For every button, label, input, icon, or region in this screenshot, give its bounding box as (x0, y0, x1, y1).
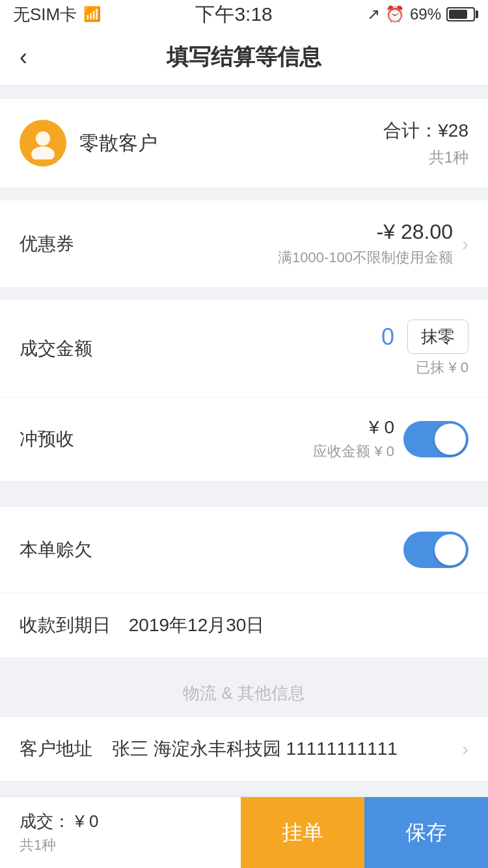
transaction-row: 成交金额 0 抹零 已抹 ¥ 0 (0, 300, 488, 398)
bottom-count: 共1种 (20, 835, 221, 855)
precollect-sub: 应收金额 ¥ 0 (313, 442, 394, 461)
debit-toggle[interactable] (403, 532, 468, 568)
location-icon: ↗ (367, 5, 380, 23)
bottom-bar: 成交： ¥ 0 共1种 挂单 保存 (0, 796, 488, 868)
coupon-row[interactable]: 优惠券 -¥ 28.00 满1000-100不限制使用金额 › (0, 200, 488, 287)
bottom-transaction-label: 成交： ¥ 0 (20, 810, 221, 833)
transaction-amount-input[interactable]: 0 (368, 323, 394, 351)
battery-icon (446, 7, 475, 21)
status-time: 下午3:18 (195, 1, 272, 28)
duedate-value: 2019年12月30日 (129, 615, 265, 635)
coupon-value-wrap: -¥ 28.00 满1000-100不限制使用金额 › (278, 220, 468, 267)
precollect-value-wrap: ¥ 0 应收金额 ¥ 0 (313, 417, 468, 461)
amount-input-wrap: 0 抹零 (368, 319, 468, 354)
page-title: 填写结算等信息 (167, 42, 321, 72)
toggle-knob (435, 424, 466, 455)
debit-section: 本单赊欠 收款到期日 2019年12月30日 (0, 507, 488, 657)
logistics-label: 物流 & 其他信息 (183, 682, 305, 705)
coupon-value-right: -¥ 28.00 满1000-100不限制使用金额 (278, 220, 453, 267)
coupon-discount: -¥ 28.00 (278, 220, 453, 244)
duedate-label: 收款到期日 (20, 615, 111, 635)
battery-percent: 69% (410, 5, 441, 23)
transaction-section: 成交金额 0 抹零 已抹 ¥ 0 冲预收 ¥ 0 应收金额 ¥ 0 (0, 300, 488, 481)
avatar (20, 120, 66, 167)
customer-name: 零散客户 (79, 130, 157, 157)
svg-point-1 (31, 146, 55, 159)
total-amount: 合计：¥28 (383, 118, 468, 143)
customer-right: 合计：¥28 共1种 (383, 118, 468, 168)
address-row[interactable]: 客户地址 张三 海淀永丰科技园 11111111111 › (0, 717, 488, 781)
transaction-value-wrap: 0 抹零 已抹 ¥ 0 (368, 319, 468, 377)
save-button[interactable]: 保存 (364, 797, 488, 869)
chevron-right-icon: › (462, 233, 468, 255)
transaction-value-right: 0 抹零 已抹 ¥ 0 (368, 319, 468, 377)
bottom-transaction-prefix: 成交： (20, 811, 70, 831)
status-left: 无SIM卡 📶 (13, 3, 101, 26)
alarm-icon: ⏰ (385, 5, 405, 23)
transaction-sub: 已抹 ¥ 0 (368, 358, 468, 377)
round-zero-button[interactable]: 抹零 (407, 319, 468, 354)
address-label: 客户地址 (20, 737, 92, 761)
nav-bar: ‹ 填写结算等信息 (0, 29, 488, 86)
address-value: 张三 海淀永丰科技园 11111111111 (112, 737, 462, 761)
coupon-section: 优惠券 -¥ 28.00 满1000-100不限制使用金额 › (0, 200, 488, 287)
address-section: 客户地址 张三 海淀永丰科技园 11111111111 › (0, 717, 488, 781)
divider-1 (0, 187, 488, 200)
debit-toggle-knob (435, 534, 466, 565)
coupon-desc: 满1000-100不限制使用金额 (278, 248, 453, 267)
svg-point-0 (36, 131, 50, 146)
divider-3 (0, 481, 488, 494)
logistics-divider: 物流 & 其他信息 (0, 670, 488, 716)
bottom-left: 成交： ¥ 0 共1种 (0, 810, 241, 855)
precollect-toggle[interactable] (403, 421, 468, 457)
divider-2 (0, 287, 488, 300)
debit-row: 本单赊欠 (0, 507, 488, 593)
precollect-label: 冲预收 (20, 427, 74, 452)
wifi-icon: 📶 (83, 6, 101, 23)
carrier-text: 无SIM卡 (13, 3, 77, 26)
total-count: 共1种 (383, 147, 468, 168)
transaction-label: 成交金额 (20, 336, 92, 361)
content-area: 零散客户 合计：¥28 共1种 优惠券 -¥ 28.00 满1000-100不限… (0, 99, 488, 859)
back-button[interactable]: ‹ (20, 44, 27, 71)
precollect-row: 冲预收 ¥ 0 应收金额 ¥ 0 (0, 398, 488, 481)
coupon-label: 优惠券 (20, 232, 74, 256)
customer-left: 零散客户 (20, 120, 157, 167)
hangup-button[interactable]: 挂单 (241, 797, 364, 869)
customer-section: 零散客户 合计：¥28 共1种 (0, 99, 488, 187)
precollect-amount: ¥ 0 (313, 417, 394, 438)
status-bar: 无SIM卡 📶 下午3:18 ↗ ⏰ 69% (0, 0, 488, 29)
bottom-transaction-amount: ¥ 0 (75, 811, 98, 831)
duedate-section: 收款到期日 2019年12月30日 (0, 593, 488, 657)
status-right: ↗ ⏰ 69% (367, 5, 475, 23)
precollect-amounts: ¥ 0 应收金额 ¥ 0 (313, 417, 394, 461)
address-chevron-icon: › (462, 738, 468, 760)
debit-label: 本单赊欠 (20, 537, 92, 562)
